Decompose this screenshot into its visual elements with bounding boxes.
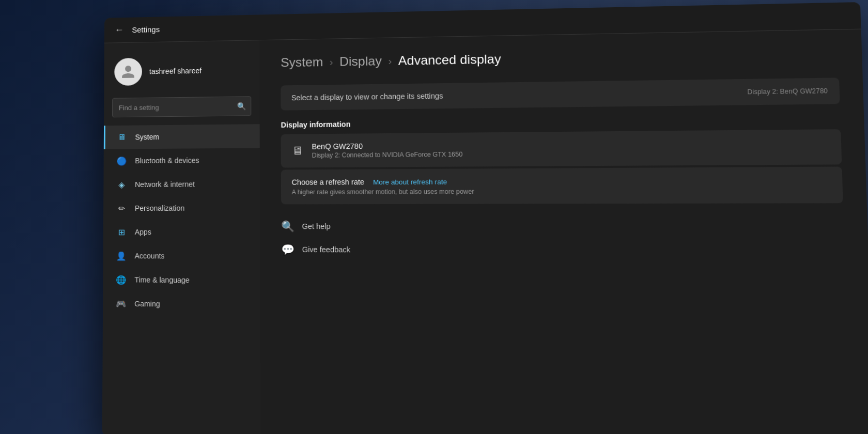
sidebar-item-label: Accounts [135, 252, 165, 260]
content-panel: System › Display › Advanced display Sele… [259, 29, 868, 434]
display-selector[interactable]: Select a display to view or change its s… [281, 78, 840, 110]
sidebar-item-label: Time & language [134, 275, 189, 284]
time-icon: 🌐 [115, 273, 127, 286]
personalization-icon: ✏ [115, 202, 128, 214]
refresh-rate-title: Choose a refresh rate [292, 178, 365, 187]
refresh-rate-card[interactable]: Choose a refresh rate More about refresh… [281, 167, 843, 205]
sidebar: tashreef shareef 🔍 🖥 System 🔵 Bluetooth … [102, 40, 260, 434]
refresh-rate-link[interactable]: More about refresh rate [373, 178, 447, 186]
gaming-icon: 🎮 [115, 297, 127, 309]
sidebar-item-label: Network & internet [135, 180, 195, 189]
breadcrumb: System › Display › Advanced display [281, 46, 839, 70]
accounts-icon: 👤 [115, 250, 128, 262]
sidebar-item-apps[interactable]: ⊞ Apps [103, 220, 260, 244]
sidebar-item-time[interactable]: 🌐 Time & language [103, 268, 260, 292]
network-icon: ◈ [115, 178, 128, 191]
search-box: 🔍 [112, 96, 251, 117]
search-input[interactable] [112, 96, 251, 117]
user-icon [120, 64, 136, 80]
monitor-icon: 🖥 [291, 144, 303, 158]
user-profile[interactable]: tashreef shareef [104, 51, 259, 98]
window-title: Settings [132, 25, 160, 34]
apps-icon: ⊞ [115, 226, 128, 238]
sidebar-item-system[interactable]: 🖥 System [104, 124, 260, 149]
give-feedback-icon: 💬 [281, 243, 295, 256]
display-info: BenQ GW2780 Display 2: Connected to NVID… [312, 138, 829, 159]
sidebar-item-personalization[interactable]: ✏ Personalization [103, 196, 260, 220]
display-label-right: Display 2: BenQ GW2780 [747, 87, 828, 96]
back-button[interactable]: ← [115, 25, 124, 36]
sidebar-item-label: Personalization [135, 204, 184, 212]
breadcrumb-advanced: Advanced display [398, 52, 501, 68]
give-feedback-item[interactable]: 💬 Give feedback [281, 238, 845, 263]
avatar [114, 58, 142, 86]
sidebar-item-label: Bluetooth & devices [135, 156, 199, 165]
sidebar-item-label: Apps [135, 228, 151, 236]
section-title: Display information [281, 115, 841, 129]
give-feedback-label: Give feedback [302, 245, 350, 254]
refresh-rate-desc: A higher rate gives smoother motion, but… [292, 187, 831, 196]
bluetooth-icon: 🔵 [115, 154, 128, 167]
breadcrumb-display[interactable]: Display [339, 54, 382, 69]
sidebar-item-label: Gaming [134, 300, 160, 308]
search-icon: 🔍 [237, 102, 246, 110]
display-selector-label: Select a display to view or change its s… [291, 91, 443, 102]
help-section: 🔍 Get help 💬 Give feedback [281, 214, 845, 264]
settings-window: ← Settings tashreef shareef [102, 2, 868, 434]
get-help-icon: 🔍 [281, 220, 295, 233]
sidebar-item-gaming[interactable]: 🎮 Gaming [103, 291, 260, 317]
breadcrumb-sep-1: › [330, 56, 333, 68]
get-help-label: Get help [302, 222, 331, 230]
system-icon: 🖥 [116, 131, 128, 144]
breadcrumb-sep-2: › [388, 55, 392, 67]
display-card: 🖥 BenQ GW2780 Display 2: Connected to NV… [281, 129, 842, 167]
breadcrumb-system[interactable]: System [281, 55, 323, 70]
get-help-item[interactable]: 🔍 Get help [281, 214, 844, 239]
sidebar-item-bluetooth[interactable]: 🔵 Bluetooth & devices [104, 148, 260, 173]
username: tashreef shareef [149, 67, 202, 75]
sidebar-item-label: System [135, 133, 159, 141]
sidebar-item-network[interactable]: ◈ Network & internet [103, 172, 260, 196]
sidebar-item-accounts[interactable]: 👤 Accounts [103, 244, 260, 268]
